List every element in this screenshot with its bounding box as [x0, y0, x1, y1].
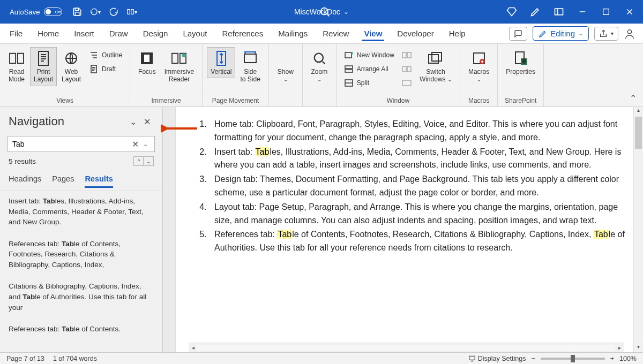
zoom-out-button[interactable]: −	[531, 355, 535, 362]
pen-icon[interactable]	[529, 6, 541, 17]
tab-file[interactable]: File	[8, 26, 25, 41]
svg-point-16	[315, 54, 323, 62]
document-area: Home tab: Clipboard, Font, Paragraph, St…	[163, 107, 643, 352]
vertical-scrollbar[interactable]: ▴ ▾	[633, 107, 643, 352]
scroll-thumb[interactable]	[635, 117, 642, 149]
undo-icon[interactable]: ▾	[90, 6, 101, 17]
outline-button[interactable]: Outline	[87, 49, 124, 61]
ribbon-tabs: File Home Insert Draw Design Layout Refe…	[0, 24, 643, 44]
svg-rect-1	[76, 12, 80, 16]
doc-list-item: Design tab: Themes, Document Formatting,…	[209, 173, 633, 200]
new-window-button[interactable]: New Window	[342, 49, 397, 61]
status-bar: Page 7 of 13 1 of 704 words Display Sett…	[0, 352, 643, 364]
reset-window-button[interactable]	[400, 77, 414, 89]
draft-button[interactable]: Draft	[87, 63, 124, 75]
svg-rect-23	[402, 66, 406, 72]
svg-rect-0	[76, 8, 79, 11]
account-icon[interactable]	[624, 28, 635, 40]
doc-list-item: Home tab: Clipboard, Font, Paragraph, St…	[209, 118, 633, 145]
nav-close-button[interactable]: ✕	[140, 117, 154, 127]
zoom-level[interactable]: 100%	[619, 355, 637, 362]
results-list[interactable]: Insert tab: Tables, Illustrations, Add-i…	[0, 190, 162, 352]
page-indicator[interactable]: Page 7 of 13	[6, 355, 44, 362]
side-to-side-button[interactable]: Sideto Side	[236, 47, 264, 86]
web-layout-button[interactable]: WebLayout	[58, 47, 85, 86]
close-icon[interactable]	[624, 6, 635, 17]
result-item[interactable]: References tab: Table of Contents, Footn…	[0, 233, 162, 276]
immersive-reader-button[interactable]: ImmersiveReader	[161, 47, 198, 86]
scroll-up-icon[interactable]: ▴	[634, 107, 643, 116]
nav-tab-headings[interactable]: Headings	[9, 171, 41, 188]
nav-dropdown-button[interactable]: ⌄	[126, 117, 140, 127]
tab-review[interactable]: Review	[320, 26, 351, 41]
svg-rect-34	[469, 356, 475, 360]
view-side-by-side-button[interactable]	[400, 49, 414, 61]
collapse-ribbon-button[interactable]: ⌃	[630, 93, 637, 103]
search-button[interactable]	[319, 6, 331, 18]
group-label-page-movement: Page Movement	[207, 96, 264, 105]
zoom-slider[interactable]	[541, 358, 605, 360]
horizontal-scrollbar[interactable]: ◂ ▸	[189, 343, 624, 352]
read-mode-button[interactable]: ReadMode	[4, 47, 29, 86]
tab-references[interactable]: References	[220, 26, 265, 41]
arrange-all-button[interactable]: Arrange All	[342, 63, 397, 75]
svg-rect-21	[402, 52, 406, 58]
doc-list-item: Insert tab: Tables, Illustrations, Add-i…	[209, 146, 633, 172]
zoom-in-button[interactable]: +	[610, 355, 614, 362]
tab-draw[interactable]: Draw	[107, 26, 130, 41]
result-item[interactable]: Insert tab: Tables, Illustrations, Add-i…	[0, 191, 162, 233]
nav-tabs: Headings Pages Results	[0, 169, 162, 188]
comments-button[interactable]	[509, 27, 527, 41]
macros-button[interactable]: Macros⌄	[465, 47, 493, 86]
result-item[interactable]: References tab: Table of Contents.	[0, 318, 162, 340]
svg-rect-25	[402, 80, 411, 86]
show-dropdown[interactable]: Show⌄	[273, 47, 298, 86]
focus-button[interactable]: Focus	[134, 47, 160, 78]
tab-insert[interactable]: Insert	[72, 26, 96, 41]
word-count[interactable]: 1 of 704 words	[53, 355, 97, 362]
tab-home[interactable]: Home	[35, 26, 61, 41]
nav-search-box[interactable]: ✕ ⌄	[8, 136, 155, 152]
editing-mode-button[interactable]: Editing ⌄	[533, 26, 589, 41]
window-controls-icon[interactable]	[553, 6, 565, 17]
diamond-icon[interactable]	[506, 6, 518, 17]
prev-result-button[interactable]: ⌃	[134, 157, 144, 165]
nav-tab-results[interactable]: Results	[85, 171, 113, 188]
nav-search-input[interactable]	[12, 140, 130, 148]
tab-design[interactable]: Design	[141, 26, 170, 41]
scroll-down-icon[interactable]: ▾	[634, 344, 643, 352]
scroll-right-icon[interactable]: ▸	[615, 345, 624, 351]
print-layout-button[interactable]: PrintLayout	[30, 47, 57, 86]
autosave-toggle[interactable]: Off	[44, 7, 62, 16]
split-button[interactable]: Split	[342, 77, 397, 89]
qat-more-icon[interactable]: ▾	[126, 6, 137, 17]
sync-scroll-button[interactable]	[400, 63, 414, 75]
properties-button[interactable]: SProperties	[502, 47, 539, 78]
search-dropdown-icon[interactable]: ⌄	[141, 141, 150, 148]
next-result-button[interactable]: ⌄	[144, 157, 153, 165]
vertical-button[interactable]: Vertical	[207, 47, 235, 78]
save-icon[interactable]	[72, 6, 83, 17]
nav-tab-pages[interactable]: Pages	[52, 171, 74, 188]
display-settings-button[interactable]: Display Settings	[468, 355, 526, 362]
group-label-views: Views	[4, 96, 125, 105]
tab-layout[interactable]: Layout	[181, 26, 209, 41]
navigation-pane: Navigation ⌄ ✕ ✕ ⌄ 5 results ⌃ ⌄ Heading…	[0, 107, 163, 352]
tab-developer[interactable]: Developer	[395, 26, 436, 41]
maximize-icon[interactable]	[600, 6, 612, 17]
chevron-down-icon: ⌄	[343, 8, 349, 16]
tab-view[interactable]: View	[362, 26, 384, 41]
scroll-left-icon[interactable]: ◂	[189, 345, 197, 351]
tab-mailings[interactable]: Mailings	[276, 26, 310, 41]
redo-icon[interactable]	[108, 6, 119, 17]
svg-point-7	[627, 29, 631, 33]
share-button[interactable]: ▾	[594, 27, 618, 41]
tab-help[interactable]: Help	[447, 26, 468, 41]
minimize-icon[interactable]	[577, 6, 588, 17]
result-item[interactable]: Citations & Bibliography, Captions, Inde…	[0, 276, 162, 318]
zoom-dropdown[interactable]: Zoom⌄	[307, 47, 332, 86]
document-page[interactable]: Home tab: Clipboard, Font, Paragraph, St…	[176, 107, 633, 352]
title-bar: AutoSave Off ▾ ▾ MiscWorkDoc ⌄	[0, 0, 643, 24]
switch-windows-button[interactable]: SwitchWindows ⌄	[416, 47, 455, 86]
clear-search-icon[interactable]: ✕	[130, 139, 141, 149]
